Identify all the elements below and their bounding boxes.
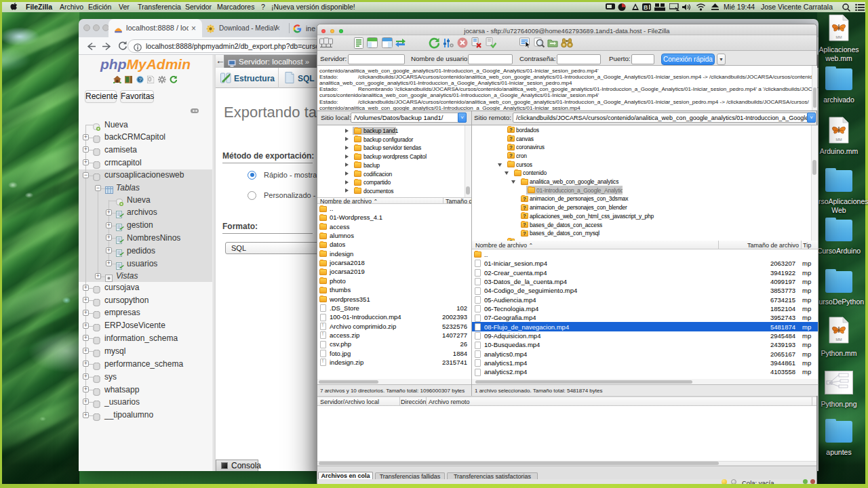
svg-text:MM: MM (835, 138, 842, 142)
svg-text:B: B (644, 4, 648, 11)
svg-text:MM: MM (835, 35, 842, 39)
svg-text:MM: MM (835, 338, 842, 342)
